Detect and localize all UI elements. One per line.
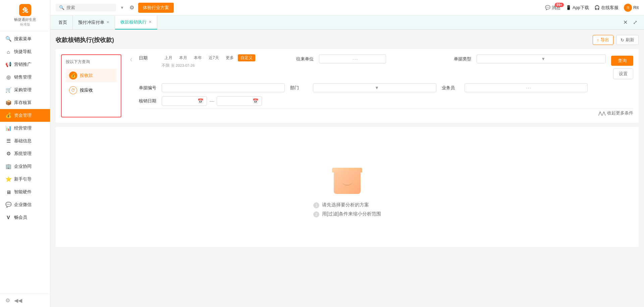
- sidebar-item-quick-nav[interactable]: ⌂ 快捷导航: [0, 45, 50, 58]
- header-search-wrap[interactable]: 🔍: [56, 4, 116, 11]
- sidebar-item-guide[interactable]: ⭐ 新手引导: [0, 173, 50, 186]
- sidebar-item-label: 营销推广: [14, 61, 32, 67]
- calendar-start-icon[interactable]: 📅: [198, 98, 203, 104]
- hint-item-1: 1 请先选择要分析的方案: [313, 202, 381, 208]
- tab-home-label: 首页: [58, 19, 67, 25]
- offset-date-start-wrap[interactable]: 2023-03-01 📅: [162, 96, 207, 106]
- offset-date-start-input[interactable]: 2023-03-01: [165, 99, 196, 104]
- counterpart-dots-icon[interactable]: ···: [353, 56, 382, 61]
- tab-close-prepay-icon[interactable]: ✕: [106, 20, 109, 24]
- app-download-button[interactable]: 📱 App下载: [566, 5, 589, 11]
- tab-collect-offset[interactable]: 收款核销执行 ✕: [115, 15, 157, 30]
- sidebar-item-label: 经营管理: [14, 125, 32, 131]
- finance-icon: 💰: [5, 112, 11, 118]
- sidebar-item-enterprise[interactable]: 🏢 企业协同: [0, 160, 50, 173]
- date-btn-more[interactable]: 更多: [223, 54, 236, 61]
- staff-select[interactable]: ···: [465, 83, 588, 92]
- sidebar-item-finance[interactable]: 💰 资金管理: [0, 109, 50, 122]
- tab-home[interactable]: 首页: [53, 15, 73, 30]
- date-custom-badge[interactable]: 自定义: [238, 54, 255, 61]
- date-btn-last-month[interactable]: 上月: [162, 54, 175, 61]
- purchase-icon: 🛒: [5, 87, 11, 93]
- offset-date-range: 2023-03-01 📅 — 2023-07-21 📅: [162, 96, 262, 106]
- tab-close-collect-icon[interactable]: ✕: [149, 20, 152, 24]
- sidebar-item-label: 快捷导航: [14, 49, 32, 55]
- settings-icon[interactable]: ⚙: [5, 297, 10, 304]
- doc-no-label: 单据编号: [139, 85, 159, 91]
- tab-close-all-icon[interactable]: ✕: [622, 18, 629, 27]
- solution-button[interactable]: 体验行业方案: [138, 3, 174, 13]
- box-body: [334, 170, 361, 194]
- sidebar-item-marketing[interactable]: 📢 营销推广: [0, 58, 50, 71]
- calendar-end-icon[interactable]: 📅: [253, 98, 258, 104]
- search-input[interactable]: [66, 5, 107, 10]
- sidebar-item-label: 采购管理: [14, 87, 32, 93]
- hint-text-2: 用[过滤]条件来缩小分析范围: [322, 211, 381, 217]
- tab-prepay-label: 预付冲应付单: [78, 19, 104, 25]
- hint-num-1: 1: [313, 202, 319, 208]
- user-profile-button[interactable]: R Rit: [624, 4, 639, 12]
- sidebar-footer: ⚙ ◀◀: [0, 294, 50, 307]
- sidebar-item-search[interactable]: 🔍 搜索菜单: [0, 33, 50, 45]
- query-selector-title: 按以下方查询: [66, 59, 117, 65]
- home-icon: ⌂: [5, 49, 11, 55]
- sidebar-item-inventory[interactable]: 📦 库存核算: [0, 96, 50, 109]
- collapse-more-btn[interactable]: ⋀⋀ 收起更多条件: [139, 108, 633, 117]
- message-button[interactable]: 💬 消息 99+: [545, 5, 560, 11]
- refresh-icon: ↻: [621, 38, 624, 43]
- collapse-more-label: 收起更多条件: [607, 110, 633, 116]
- hardware-icon: 🖥: [5, 189, 11, 195]
- date-btn-7days[interactable]: 近7天: [206, 54, 222, 61]
- sidebar-item-label: 基础信息: [14, 138, 32, 144]
- sidebar-item-purchase[interactable]: 🛒 采购管理: [0, 84, 50, 96]
- header-gear-icon[interactable]: ⚙: [129, 4, 134, 11]
- receivable-option-icon: ⏱: [69, 86, 77, 94]
- enterprise-icon: 🏢: [5, 163, 11, 169]
- refresh-button[interactable]: ↻ 刷新: [616, 35, 639, 45]
- sidebar-item-basic[interactable]: ☰ 基础信息: [0, 135, 50, 147]
- sidebar-item-system[interactable]: ⚙ 系统管理: [0, 147, 50, 160]
- inventory-icon: 📦: [5, 100, 11, 106]
- date-btn-this-year[interactable]: 本年: [191, 54, 205, 61]
- sidebar-item-business[interactable]: 📊 经营管理: [0, 122, 50, 135]
- query-option-by-receivable[interactable]: ⏱ 按应收: [66, 84, 117, 97]
- online-service-button[interactable]: 🎧 在线客服: [594, 5, 619, 11]
- sidebar-item-wechat[interactable]: 💬 企业微信: [0, 198, 50, 211]
- top-header: 🔍 ▼ ⚙ 体验行业方案 💬 消息 99+ 📱 App下载 🎧 在线客服 R R…: [50, 0, 644, 15]
- logo-text: 畅捷通好生意: [14, 17, 36, 22]
- tab-prepay-offset[interactable]: 预付冲应付单 ✕: [73, 15, 115, 30]
- box-face: [342, 179, 352, 186]
- offset-date-end-wrap[interactable]: 2023-07-21 📅: [217, 96, 262, 106]
- doc-type-select[interactable]: ▼: [477, 54, 606, 63]
- settings-button[interactable]: 设置: [613, 68, 633, 79]
- basic-icon: ☰: [5, 138, 11, 144]
- counterpart-label: 往来单位: [296, 56, 316, 62]
- page-content: 收款核销执行(按收款) ↑ 导出 ↻ 刷新 按以下方查询 💰 按收款: [50, 30, 644, 307]
- export-button[interactable]: ↑ 导出: [593, 35, 614, 45]
- query-option-by-collect[interactable]: 💰 按收款: [66, 69, 117, 82]
- staff-dots-icon[interactable]: ···: [526, 85, 584, 90]
- collect-option-label: 按收款: [80, 72, 93, 79]
- chevron-up-icon: ⋀⋀: [598, 111, 606, 116]
- doc-no-input[interactable]: [162, 83, 285, 92]
- receivable-option-label: 按应收: [80, 87, 93, 93]
- sidebar-item-sales[interactable]: ◎ 销售管理: [0, 71, 50, 84]
- sidebar-item-hardware[interactable]: 🖥 智能硬件: [0, 186, 50, 198]
- collapse-sidebar-btn[interactable]: 《: [127, 57, 133, 63]
- dept-select[interactable]: ▼: [313, 83, 436, 92]
- offset-date-end-input[interactable]: 2023-07-21: [220, 99, 251, 104]
- date-btn-this-month[interactable]: 本月: [176, 54, 190, 61]
- search-icon: 🔍: [5, 36, 11, 42]
- message-icon: 💬: [545, 5, 550, 10]
- query-button[interactable]: 查询: [611, 56, 633, 66]
- tab-expand-icon[interactable]: ⤢: [632, 18, 639, 27]
- sidebar-item-vip[interactable]: V 畅会员: [0, 211, 50, 224]
- counterpart-select[interactable]: ···: [319, 54, 386, 63]
- main-content: 🔍 ▼ ⚙ 体验行业方案 💬 消息 99+ 📱 App下载 🎧 在线客服 R R…: [50, 0, 644, 307]
- export-label: 导出: [600, 37, 609, 43]
- dropdown-arrow-icon[interactable]: ▼: [120, 5, 124, 10]
- logo-version: 标准版: [20, 22, 30, 27]
- headset-icon: 🎧: [594, 5, 600, 10]
- sidebar-item-label: 智能硬件: [14, 189, 32, 195]
- sidebar-collapse-icon[interactable]: ◀◀: [14, 297, 22, 304]
